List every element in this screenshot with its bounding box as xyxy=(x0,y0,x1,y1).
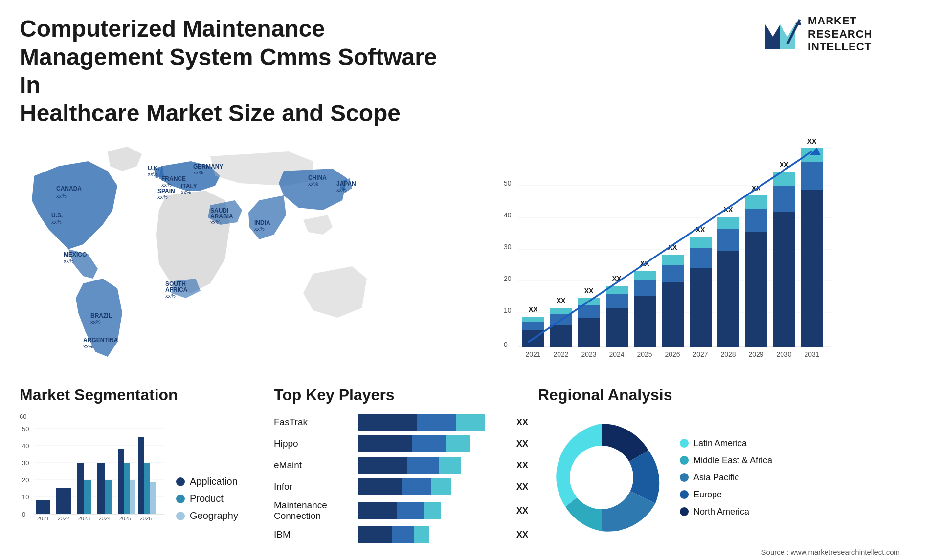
svg-text:XX: XX xyxy=(529,305,538,313)
segmentation-chart: 0 10 20 30 40 50 60 xyxy=(20,414,166,521)
reg-legend-europe: Europe xyxy=(680,490,772,500)
svg-rect-113 xyxy=(144,463,150,514)
players-title: Top Key Players xyxy=(274,386,528,404)
logo-icon xyxy=(763,15,802,54)
svg-rect-42 xyxy=(578,318,600,347)
svg-text:ARABIA: ARABIA xyxy=(210,213,233,220)
svg-text:2021: 2021 xyxy=(37,516,49,521)
svg-rect-54 xyxy=(634,271,656,280)
france-label: FRANCE xyxy=(161,175,186,182)
player-hippo: Hippo XX xyxy=(274,435,528,452)
svg-text:2024: 2024 xyxy=(609,350,624,358)
player-infor: Infor XX xyxy=(274,478,528,495)
svg-text:2022: 2022 xyxy=(58,516,69,521)
seg-bar-2021-app xyxy=(36,500,50,514)
svg-text:xx%: xx% xyxy=(161,182,172,188)
svg-text:50: 50 xyxy=(22,425,29,432)
svg-text:xx%: xx% xyxy=(157,194,168,200)
argentina-label: ARGENTINA xyxy=(83,337,118,344)
svg-rect-34 xyxy=(522,317,544,322)
svg-rect-77 xyxy=(773,212,795,347)
svg-point-116 xyxy=(570,446,633,509)
reg-legend-latin-america: Latin America xyxy=(680,438,772,449)
legend-dot-geography xyxy=(176,512,185,520)
svg-rect-82 xyxy=(801,190,823,347)
svg-text:0: 0 xyxy=(504,341,508,348)
player-fastrak: FasTrak XX xyxy=(274,414,528,431)
legend-geography: Geography xyxy=(176,510,238,521)
source-text: Source : www.marketresearchintellect.com xyxy=(20,548,919,556)
svg-text:20: 20 xyxy=(22,476,29,484)
svg-rect-67 xyxy=(717,251,739,347)
svg-text:xx%: xx% xyxy=(83,344,93,349)
svg-text:2031: 2031 xyxy=(804,350,819,358)
svg-rect-105 xyxy=(97,463,105,514)
seg-bar-2023-product xyxy=(84,480,91,514)
page-header: Computerized Maintenance Management Syst… xyxy=(0,0,939,137)
svg-text:2028: 2028 xyxy=(720,350,736,358)
svg-text:xx%: xx% xyxy=(336,187,347,193)
india-label: INDIA xyxy=(254,219,270,226)
svg-rect-57 xyxy=(662,282,684,347)
svg-text:30: 30 xyxy=(22,459,29,467)
svg-text:0: 0 xyxy=(22,511,25,518)
players-section: Top Key Players FasTrak XX Hippo xyxy=(274,386,528,543)
svg-text:50: 50 xyxy=(504,179,512,187)
svg-text:xx%: xx% xyxy=(90,319,101,325)
svg-text:10: 10 xyxy=(22,494,29,501)
content-area: CANADA xx% U.S. xx% MEXICO xx% BRAZIL xx… xyxy=(0,137,939,556)
top-row: CANADA xx% U.S. xx% MEXICO xx% BRAZIL xx… xyxy=(20,137,919,371)
svg-text:40: 40 xyxy=(504,211,512,219)
reg-legend-asia-pacific: Asia Pacific xyxy=(680,473,772,483)
svg-text:2021: 2021 xyxy=(525,350,540,358)
svg-rect-53 xyxy=(634,280,656,296)
svg-rect-73 xyxy=(745,209,767,232)
regional-legend: Latin America Middle East & Africa Asia … xyxy=(680,438,772,517)
player-ibm: IBM XX xyxy=(274,526,528,543)
mexico-label: MEXICO xyxy=(64,251,87,258)
svg-rect-109 xyxy=(124,463,130,514)
svg-rect-69 xyxy=(717,217,739,229)
svg-rect-59 xyxy=(662,255,684,265)
svg-rect-74 xyxy=(745,195,767,209)
seg-content: 0 10 20 30 40 50 60 xyxy=(20,414,264,521)
brazil-label: BRAZIL xyxy=(90,312,112,319)
svg-rect-63 xyxy=(690,248,712,268)
svg-text:2023: 2023 xyxy=(581,350,596,358)
svg-rect-78 xyxy=(773,186,795,212)
legend-dot-application xyxy=(176,477,185,486)
china-label: CHINA xyxy=(308,174,327,181)
svg-rect-58 xyxy=(662,265,684,282)
svg-marker-0 xyxy=(765,24,780,49)
svg-text:AFRICA: AFRICA xyxy=(165,286,188,293)
svg-text:XX: XX xyxy=(584,287,594,295)
donut-chart-svg xyxy=(538,414,665,541)
svg-text:2026: 2026 xyxy=(665,350,680,358)
svg-text:30: 30 xyxy=(504,243,512,251)
legend-product: Product xyxy=(176,493,238,504)
svg-rect-72 xyxy=(745,232,767,347)
world-map-section: CANADA xx% U.S. xx% MEXICO xx% BRAZIL xx… xyxy=(20,137,391,371)
svg-rect-33 xyxy=(522,322,544,330)
svg-rect-52 xyxy=(634,296,656,347)
svg-text:xx%: xx% xyxy=(210,219,221,225)
germany-label: GERMANY xyxy=(193,163,223,170)
svg-text:xx%: xx% xyxy=(64,258,74,264)
logo-text: MARKET RESEARCH INTELLECT xyxy=(808,15,872,53)
player-emaint: eMaint XX xyxy=(274,457,528,474)
svg-text:10: 10 xyxy=(504,306,512,314)
svg-rect-39 xyxy=(550,308,572,314)
svg-text:xx%: xx% xyxy=(193,170,203,175)
svg-rect-112 xyxy=(138,437,144,514)
bottom-row: Market Segmentation 0 10 20 30 40 50 60 xyxy=(20,386,919,543)
svg-text:XX: XX xyxy=(557,297,566,304)
page-title: Computerized Maintenance Management Syst… xyxy=(20,15,460,127)
seg-bar-2023-app xyxy=(77,463,84,514)
title-block: Computerized Maintenance Management Syst… xyxy=(20,15,460,127)
uk-label: U.K. xyxy=(148,165,159,172)
svg-text:20: 20 xyxy=(504,275,512,282)
svg-rect-37 xyxy=(550,325,572,347)
svg-rect-110 xyxy=(130,480,135,514)
growth-chart-svg: 0 10 20 30 40 50 XX 2021 xyxy=(411,137,919,371)
svg-text:xx%: xx% xyxy=(254,226,265,232)
